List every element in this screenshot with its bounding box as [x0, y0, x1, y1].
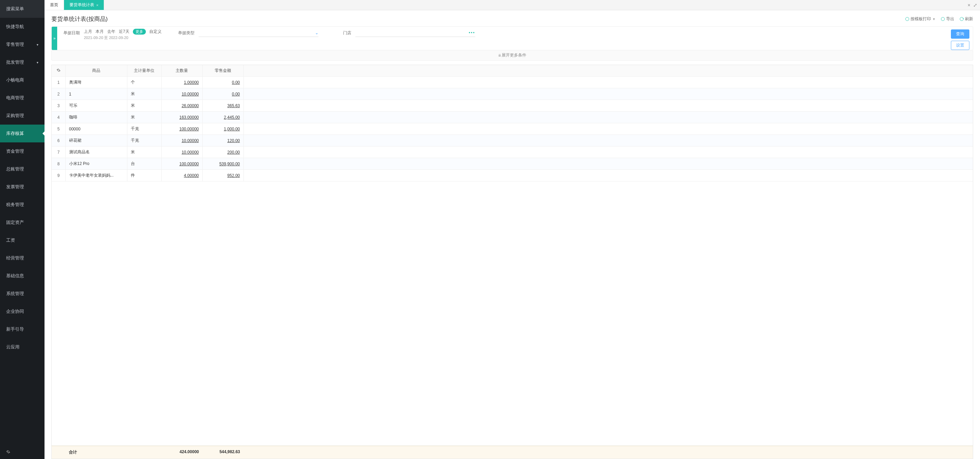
- sidebar-item-label: 采购管理: [6, 113, 24, 119]
- sidebar-item-1[interactable]: 快捷导航: [0, 18, 45, 36]
- sidebar-item-12[interactable]: 固定资产: [0, 214, 45, 231]
- table-total-row: 合计 424.00000 544,982.63: [51, 446, 973, 459]
- date-opt-last-year[interactable]: 去年: [107, 29, 115, 35]
- query-button[interactable]: 查询: [951, 29, 969, 39]
- col-product-header[interactable]: 商品: [65, 65, 127, 77]
- sidebar-item-6[interactable]: 采购管理: [0, 107, 45, 125]
- cell-qty[interactable]: 163.00000: [161, 111, 202, 123]
- settings-button[interactable]: 设置: [951, 41, 969, 50]
- expand-filters-button[interactable]: 展开更多条件: [51, 50, 973, 60]
- tab-close-all-icon[interactable]: ×: [968, 2, 970, 8]
- row-index: 8: [52, 158, 65, 170]
- cell-spacer: [243, 77, 973, 88]
- cell-qty[interactable]: 1.00000: [161, 77, 202, 88]
- cell-amount[interactable]: 0.00: [202, 88, 243, 100]
- table-row[interactable]: 3可乐米26.00000365.63: [52, 100, 973, 111]
- settings-gear-icon[interactable]: [6, 450, 10, 455]
- date-opt-this-month[interactable]: 本月: [95, 29, 104, 35]
- tab-1[interactable]: 要货单统计表×: [64, 0, 104, 10]
- date-more-badge[interactable]: 更多: [133, 29, 146, 35]
- cell-spacer: [243, 123, 973, 135]
- table-row[interactable]: 7测试商品名米10.00000200.00: [52, 146, 973, 158]
- chevron-down-icon: ▼: [932, 17, 935, 21]
- cell-amount[interactable]: 0.00: [202, 77, 243, 88]
- filter-store: 门店 •••: [332, 29, 475, 40]
- cell-qty[interactable]: 100.00000: [161, 158, 202, 170]
- filter-date-label: 单据日期: [60, 29, 80, 36]
- doc-type-select[interactable]: ⌄: [199, 29, 318, 37]
- print-template-button[interactable]: 按模板打印 ▼: [905, 16, 935, 22]
- ellipsis-icon: •••: [469, 30, 475, 35]
- cell-amount[interactable]: 120.00: [202, 135, 243, 146]
- cell-qty[interactable]: 10.00000: [161, 88, 202, 100]
- cell-unit: 千克: [127, 123, 161, 135]
- sidebar-item-14[interactable]: 经营管理: [0, 249, 45, 267]
- cell-amount[interactable]: 1,000.00: [202, 123, 243, 135]
- cell-amount[interactable]: 539,900.00: [202, 158, 243, 170]
- tab-label: 要货单统计表: [70, 2, 94, 8]
- row-index: 5: [52, 123, 65, 135]
- sidebar-item-7[interactable]: 库存核算: [0, 125, 45, 142]
- cell-amount[interactable]: 952.00: [202, 170, 243, 181]
- table-row[interactable]: 6碎花裙千克10.00000120.00: [52, 135, 973, 146]
- table-row[interactable]: 8小米12 Pro台100.00000539,900.00: [52, 158, 973, 170]
- sidebar-item-15[interactable]: 基础信息: [0, 267, 45, 285]
- col-qty-header[interactable]: 主数量: [161, 65, 202, 77]
- sidebar-item-8[interactable]: 资金管理: [0, 142, 45, 160]
- col-spacer: [243, 65, 973, 77]
- cell-amount[interactable]: 200.00: [202, 146, 243, 158]
- close-icon[interactable]: ×: [96, 3, 98, 7]
- date-opt-7days[interactable]: 近7天: [119, 29, 129, 35]
- total-amount: 544,982.63: [202, 449, 243, 455]
- date-custom[interactable]: 自定义: [149, 29, 162, 35]
- table-row[interactable]: 4咖啡米163.000002,445.00: [52, 111, 973, 123]
- col-amount-header[interactable]: 零售金额: [202, 65, 243, 77]
- cell-spacer: [243, 135, 973, 146]
- cell-amount[interactable]: 2,445.00: [202, 111, 243, 123]
- tab-0[interactable]: 首页: [45, 0, 64, 10]
- sidebar-item-label: 搜索菜单: [6, 6, 24, 12]
- cell-qty[interactable]: 100.00000: [161, 123, 202, 135]
- chevron-down-icon: ▾: [37, 60, 38, 64]
- row-index: 2: [52, 88, 65, 100]
- sidebar-item-9[interactable]: 总账管理: [0, 160, 45, 178]
- store-select[interactable]: •••: [355, 29, 475, 37]
- sidebar-item-17[interactable]: 企业协同: [0, 303, 45, 320]
- cell-product: 可乐: [65, 100, 127, 111]
- sidebar-item-0[interactable]: 搜索菜单: [0, 0, 45, 18]
- sidebar-item-11[interactable]: 税务管理: [0, 196, 45, 214]
- date-opt-last-month[interactable]: 上月: [84, 29, 92, 35]
- sidebar-item-18[interactable]: 新手引导: [0, 320, 45, 338]
- table-row[interactable]: 9卡伊美中老年女装妈妈...件4.00000952.00: [52, 170, 973, 181]
- col-unit-header[interactable]: 主计量单位: [127, 65, 161, 77]
- sidebar-item-label: 库存核算: [6, 130, 24, 137]
- sidebar-item-label: 新手引导: [6, 326, 24, 332]
- sidebar-item-5[interactable]: 电商管理: [0, 89, 45, 107]
- table-row[interactable]: 21米10.000000.00: [52, 88, 973, 100]
- sidebar-item-10[interactable]: 发票管理: [0, 178, 45, 196]
- sidebar-item-label: 经营管理: [6, 255, 24, 261]
- sidebar-item-19[interactable]: 云应用: [0, 338, 45, 356]
- table-row[interactable]: 1奥满琦个1.000000.00: [52, 77, 973, 88]
- filter-collapse-handle[interactable]: »: [52, 27, 57, 50]
- cell-spacer: [243, 158, 973, 170]
- refresh-button[interactable]: 刷新: [960, 16, 973, 22]
- cell-qty[interactable]: 26.00000: [161, 100, 202, 111]
- table-row[interactable]: 500000千克100.000001,000.00: [52, 123, 973, 135]
- cell-unit: 千克: [127, 135, 161, 146]
- cell-qty[interactable]: 10.00000: [161, 146, 202, 158]
- cell-qty[interactable]: 4.00000: [161, 170, 202, 181]
- sidebar-item-label: 总账管理: [6, 166, 24, 172]
- sidebar-item-label: 发票管理: [6, 184, 24, 190]
- sidebar-item-4[interactable]: 小畅电商: [0, 71, 45, 89]
- tab-fullscreen-icon[interactable]: ⤢: [973, 2, 977, 8]
- col-settings-header[interactable]: [52, 65, 65, 77]
- sidebar-item-3[interactable]: 批发管理▾: [0, 53, 45, 71]
- export-button[interactable]: 导出: [941, 16, 954, 22]
- cell-unit: 米: [127, 100, 161, 111]
- sidebar-item-2[interactable]: 零售管理▾: [0, 36, 45, 53]
- sidebar-item-16[interactable]: 系统管理: [0, 285, 45, 303]
- cell-qty[interactable]: 10.00000: [161, 135, 202, 146]
- cell-amount[interactable]: 365.63: [202, 100, 243, 111]
- sidebar-item-13[interactable]: 工资: [0, 231, 45, 249]
